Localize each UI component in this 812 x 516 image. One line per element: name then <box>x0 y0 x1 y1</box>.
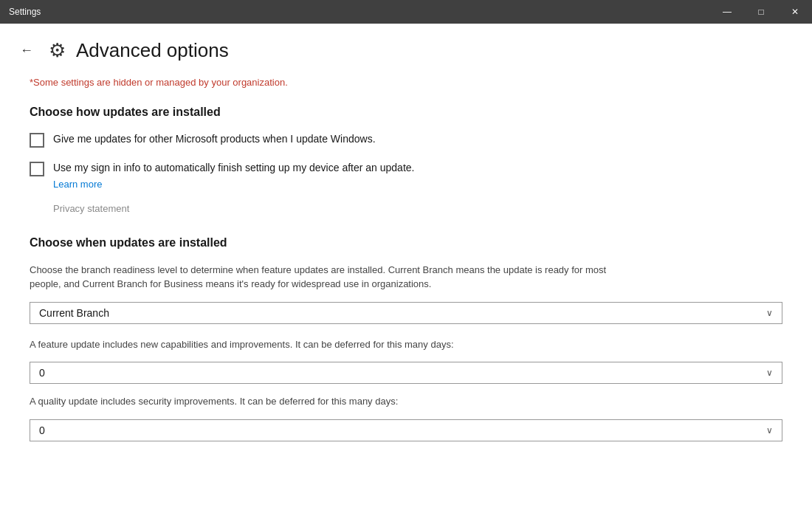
learn-more-link[interactable]: Learn more <box>53 179 414 190</box>
section2-title: Choose when updates are installed <box>30 236 782 250</box>
settings-window: Settings — □ ✕ ← ⚙ Advanced options *Som… <box>0 0 812 516</box>
page-header: ← ⚙ Advanced options <box>15 38 782 62</box>
checkbox2-text-group: Use my sign in info to automatically fin… <box>53 161 414 190</box>
title-bar-left: Settings <box>9 7 41 17</box>
close-button[interactable]: ✕ <box>778 0 812 24</box>
feature-update-label: A feature update includes new capabiliti… <box>30 337 620 352</box>
checkbox2-label: Use my sign in info to automatically fin… <box>53 162 414 173</box>
gear-icon: ⚙ <box>49 39 66 62</box>
back-button[interactable]: ← <box>15 38 38 62</box>
title-bar: Settings — □ ✕ <box>0 0 812 24</box>
maximize-button[interactable]: □ <box>744 0 778 24</box>
section-how-updates: Choose how updates are installed Give me… <box>30 106 782 214</box>
quality-update-label: A quality update includes security impro… <box>30 394 620 409</box>
branch-description: Choose the branch readiness level to det… <box>30 263 620 292</box>
checkbox-row-1: Give me updates for other Microsoft prod… <box>30 132 782 148</box>
quality-defer-arrow: ∨ <box>766 425 773 436</box>
section1-title: Choose how updates are installed <box>30 106 782 119</box>
page-title: Advanced options <box>76 39 229 62</box>
branch-dropdown[interactable]: Current Branch ∨ <box>30 302 782 324</box>
feature-defer-dropdown[interactable]: 0 ∨ <box>30 362 782 384</box>
quality-defer-dropdown[interactable]: 0 ∨ <box>30 419 782 441</box>
window-title: Settings <box>9 7 41 17</box>
quality-defer-value: 0 <box>39 424 45 436</box>
title-bar-controls: — □ ✕ <box>710 0 812 24</box>
org-notice: *Some settings are hidden or managed by … <box>30 77 782 88</box>
content-area: ← ⚙ Advanced options *Some settings are … <box>0 24 812 516</box>
checkbox-sign-in-info[interactable] <box>30 162 44 176</box>
checkbox-microsoft-products[interactable] <box>30 133 44 148</box>
privacy-statement-link[interactable]: Privacy statement <box>53 203 782 214</box>
branch-dropdown-value: Current Branch <box>39 307 109 319</box>
section-when-updates: Choose when updates are installed Choose… <box>30 236 782 441</box>
checkbox1-label: Give me updates for other Microsoft prod… <box>53 132 376 147</box>
feature-defer-value: 0 <box>39 367 45 379</box>
feature-defer-arrow: ∨ <box>766 368 773 378</box>
main-content: ← ⚙ Advanced options *Some settings are … <box>0 24 812 516</box>
checkbox-row-2: Use my sign in info to automatically fin… <box>30 161 782 190</box>
minimize-button[interactable]: — <box>710 0 744 24</box>
branch-dropdown-arrow: ∨ <box>766 308 773 318</box>
